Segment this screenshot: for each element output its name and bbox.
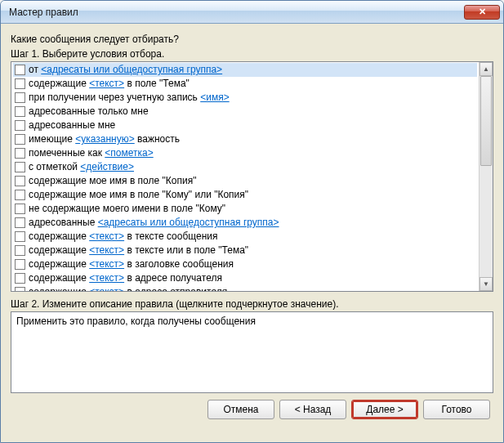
condition-label: содержащие <текст> в заголовке сообщения [29, 257, 234, 271]
condition-checkbox[interactable] [15, 217, 25, 228]
prompt-text: Какие сообщения следует отбирать? [11, 34, 493, 45]
condition-checkbox[interactable] [15, 176, 25, 186]
condition-label: имеющие <указанную> важность [29, 132, 180, 146]
close-button[interactable]: ✕ [464, 5, 500, 20]
next-button[interactable]: Далее > [351, 400, 418, 419]
condition-checkbox[interactable] [15, 162, 25, 172]
button-bar: Отмена < Назад Далее > Готово [11, 393, 493, 423]
condition-checkbox[interactable] [15, 231, 25, 242]
condition-checkbox[interactable] [15, 245, 25, 256]
rule-description-text: Применить это правило, когда получены со… [16, 315, 256, 327]
condition-placeholder-link[interactable]: <текст> [89, 258, 124, 270]
condition-checkbox[interactable] [15, 148, 25, 159]
condition-checkbox[interactable] [15, 204, 25, 214]
scroll-up-button[interactable]: ▲ [479, 62, 493, 76]
condition-row[interactable]: содержащие <текст> в тексте сообщения [13, 230, 477, 244]
condition-label: помеченные как <пометка> [29, 146, 154, 160]
conditions-list[interactable]: от <адресаты или общедоступная группа>со… [11, 62, 479, 291]
conditions-listbox: от <адресаты или общедоступная группа>со… [11, 61, 493, 292]
condition-row[interactable]: содержащие <текст> в адресе отправителя [13, 285, 477, 291]
condition-row[interactable]: содержащие мое имя в поле "Копия" [13, 174, 477, 188]
condition-checkbox[interactable] [15, 134, 25, 145]
close-icon: ✕ [479, 7, 486, 17]
condition-label: содержащие <текст> в адресе отправителя [29, 285, 227, 291]
condition-row[interactable]: содержащие <текст> в заголовке сообщения [13, 257, 477, 271]
finish-button[interactable]: Готово [423, 400, 490, 419]
condition-label: адресованные только мне [29, 105, 149, 119]
condition-placeholder-link[interactable]: <адресаты или общедоступная группа> [98, 217, 279, 228]
condition-row[interactable]: при получении через учетную запись <имя> [13, 91, 477, 105]
condition-placeholder-link[interactable]: <имя> [200, 92, 229, 103]
condition-label: содержащие <текст> в поле "Тема" [29, 77, 190, 91]
condition-placeholder-link[interactable]: <текст> [89, 78, 124, 89]
condition-label: содержащие мое имя в поле "Копия" [29, 174, 196, 188]
cancel-button[interactable]: Отмена [207, 400, 274, 419]
condition-row[interactable]: адресованные <адресаты или общедоступная… [13, 216, 477, 230]
condition-row[interactable]: с отметкой <действие> [13, 160, 477, 174]
condition-label: адресованные мне [29, 119, 115, 132]
condition-checkbox[interactable] [15, 190, 25, 200]
condition-label: от <адресаты или общедоступная группа> [29, 63, 222, 77]
condition-row[interactable]: содержащие <текст> в тексте или в поле "… [13, 244, 477, 257]
condition-label: с отметкой <действие> [29, 160, 134, 174]
condition-placeholder-link[interactable]: <указанную> [75, 133, 135, 145]
condition-placeholder-link[interactable]: <текст> [89, 272, 124, 284]
condition-checkbox[interactable] [15, 273, 25, 284]
condition-row[interactable]: от <адресаты или общедоступная группа> [13, 63, 477, 77]
condition-placeholder-link[interactable]: <текст> [89, 286, 124, 291]
condition-row[interactable]: адресованные только мне [13, 105, 477, 119]
condition-label: содержащие мое имя в поле "Кому" или "Ко… [29, 188, 248, 202]
condition-label: адресованные <адресаты или общедоступная… [29, 216, 279, 230]
condition-row[interactable]: адресованные мне [13, 119, 477, 132]
dialog-content: Какие сообщения следует отбирать? Шаг 1.… [1, 24, 503, 442]
back-button[interactable]: < Назад [279, 400, 346, 419]
condition-placeholder-link[interactable]: <пометка> [105, 147, 153, 159]
condition-placeholder-link[interactable]: <адресаты или общедоступная группа> [41, 64, 222, 75]
titlebar: Мастер правил ✕ [1, 1, 503, 24]
condition-row[interactable]: не содержащие моего имени в поле "Кому" [13, 202, 477, 216]
condition-label: содержащие <текст> в тексте сообщения [29, 230, 218, 244]
scroll-down-button[interactable]: ▼ [479, 277, 493, 291]
window-title: Мастер правил [9, 7, 78, 18]
rules-wizard-dialog: Мастер правил ✕ Какие сообщения следует … [0, 0, 504, 443]
step2-label: Шаг 2. Измените описание правила (щелкни… [11, 298, 493, 310]
condition-label: содержащие <текст> в адресе получателя [29, 271, 222, 285]
condition-placeholder-link[interactable]: <действие> [80, 161, 134, 172]
condition-row[interactable]: помеченные как <пометка> [13, 146, 477, 160]
scroll-thumb[interactable] [480, 76, 492, 166]
condition-row[interactable]: содержащие <текст> в адресе получателя [13, 271, 477, 285]
scrollbar: ▲ ▼ [479, 62, 493, 291]
condition-placeholder-link[interactable]: <текст> [89, 244, 124, 256]
step1-label: Шаг 1. Выберите условия отбора. [11, 48, 493, 60]
condition-checkbox[interactable] [15, 259, 25, 270]
condition-label: при получении через учетную запись <имя> [29, 91, 230, 105]
condition-row[interactable]: имеющие <указанную> важность [13, 132, 477, 146]
condition-row[interactable]: содержащие <текст> в поле "Тема" [13, 77, 477, 91]
condition-label: содержащие <текст> в тексте или в поле "… [29, 244, 248, 257]
condition-checkbox[interactable] [15, 78, 25, 89]
condition-label: не содержащие моего имени в поле "Кому" [29, 202, 225, 216]
rule-description-box[interactable]: Применить это правило, когда получены со… [11, 311, 493, 393]
condition-placeholder-link[interactable]: <текст> [89, 230, 124, 242]
condition-checkbox[interactable] [15, 65, 25, 75]
condition-checkbox[interactable] [15, 287, 25, 291]
condition-row[interactable]: содержащие мое имя в поле "Кому" или "Ко… [13, 188, 477, 202]
condition-checkbox[interactable] [15, 92, 25, 103]
condition-checkbox[interactable] [15, 120, 25, 131]
condition-checkbox[interactable] [15, 106, 25, 117]
